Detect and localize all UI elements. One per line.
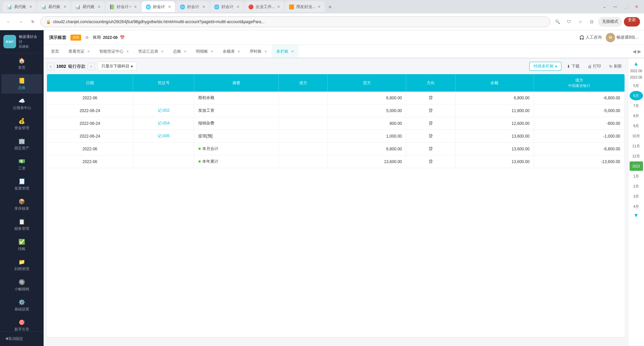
tab-close-multi-column[interactable]: ✕ — [291, 50, 294, 53]
tab-balance[interactable]: 余额表 ✕ — [218, 45, 245, 58]
tab-close-9[interactable]: ✕ — [318, 5, 321, 9]
sidebar-item-home[interactable]: 🏠 首页 — [1, 54, 42, 73]
sidebar-panel-icon[interactable]: ⊡ — [587, 17, 596, 27]
tab-haokuaiji-4[interactable]: 📗 好会计♂ ✕ — [105, 1, 141, 12]
sidebar-item-tax[interactable]: 📋 税务管理 — [1, 215, 42, 235]
star-icon[interactable]: ☆ — [576, 17, 585, 27]
tab-close-5[interactable]: ✕ — [168, 5, 171, 9]
tab-close-7[interactable]: ✕ — [236, 5, 239, 9]
add-tab-button[interactable]: ＋ — [325, 2, 335, 11]
cal-month-mar[interactable]: 3月 — [630, 192, 643, 201]
back-button[interactable]: ← — [4, 17, 13, 27]
sidebar-item-finance[interactable]: 💰 资金管理 — [1, 114, 42, 134]
tab-close-4[interactable]: ✕ — [134, 5, 137, 9]
tab-list-button[interactable]: ⌄ — [600, 2, 609, 11]
sidebar-item-archive[interactable]: 📁 归档管理 — [1, 255, 42, 275]
cell-voucher[interactable]: 记-002 — [133, 104, 194, 117]
calendar-scroll-up[interactable]: ▲ — [632, 60, 640, 68]
tab-detail-ledger[interactable]: 明细账 ✕ — [191, 45, 218, 58]
sidebar-item-inventory[interactable]: 📦 库存核算 — [1, 195, 42, 214]
restore-button[interactable]: ⬜ — [621, 2, 631, 11]
update-button[interactable]: 更新 — [624, 17, 640, 27]
reload-button[interactable]: ↻ — [28, 17, 38, 27]
print-button[interactable]: 🖨 打印 — [585, 62, 604, 70]
cal-month-apr[interactable]: 4月 — [630, 202, 643, 211]
voucher-link[interactable]: 记-002 — [158, 108, 170, 113]
sidebar-item-ledger[interactable]: 📒 总账 — [1, 74, 42, 94]
sidebar-item-salary[interactable]: 💵 工资 — [1, 155, 42, 174]
sidebar-item-settings[interactable]: ⚙️ 基础设置 — [1, 296, 42, 315]
cell-date: 2022-06-24 — [47, 104, 133, 117]
sidebar-item-invoice[interactable]: 🧾 发票管理 — [1, 175, 42, 194]
minimize-button[interactable]: — — [610, 2, 620, 11]
tab-close-journal[interactable]: ✕ — [264, 50, 267, 53]
tab-multi-column[interactable]: 多栏账 ✕ — [272, 45, 299, 58]
cal-month-sep[interactable]: 9月 — [630, 121, 643, 131]
sidebar-item-close[interactable]: ✅ 结账 — [1, 235, 42, 255]
tab-haokuaiji-5[interactable]: 🌐 好会计 ✕ — [142, 1, 175, 12]
tab-close-detail-ledger[interactable]: ✕ — [211, 50, 213, 53]
close-button[interactable]: ✕ — [632, 2, 641, 11]
shield-icon[interactable]: 🛡 — [564, 17, 574, 27]
cal-month-jul[interactable]: 7月 — [630, 101, 643, 110]
tab-close-balance[interactable]: ✕ — [237, 50, 240, 53]
tab-close-voucher-summary[interactable]: ✕ — [161, 50, 164, 53]
sidebar-item-expense[interactable]: 🔘 小畅报销 — [1, 276, 42, 295]
tab-close-smart-voucher[interactable]: ✕ — [126, 50, 129, 53]
tab-yidaizhang-1[interactable]: 📊 易代账 ✕ — [3, 1, 36, 12]
calendar-scroll-down[interactable]: ▼ — [632, 211, 640, 219]
tab-close-1[interactable]: ✕ — [29, 5, 32, 9]
tab-voucher-summary[interactable]: 凭证汇总表 ✕ — [133, 45, 168, 58]
special-multi-column-button[interactable]: 特殊多栏账 ▾ — [529, 62, 561, 71]
stealth-mode-button[interactable]: 无痕模式 — [598, 17, 622, 27]
url-input[interactable]: 🔒 cloud2.chanjet.com/accounting/uh26t264… — [40, 16, 550, 27]
sidebar-item-assets[interactable]: 🏢 固定资产 — [1, 135, 42, 154]
cell-voucher[interactable]: 记-004 — [133, 117, 194, 130]
prev-account-button[interactable]: ‹ — [47, 63, 54, 70]
sidebar-item-cloud-report[interactable]: ☁️ 云报表中心 — [1, 94, 42, 114]
cell-voucher[interactable]: 记-006 — [133, 130, 194, 143]
tab-close-8[interactable]: ✕ — [277, 5, 280, 9]
collapse-right-icon[interactable]: ▶ — [638, 49, 641, 54]
cal-month-oct[interactable]: 10月 — [630, 131, 643, 141]
tab-view-voucher[interactable]: 查看凭证 ✕ — [64, 45, 95, 58]
tab-yidaizhang-3[interactable]: 📊 易代账 ✕ — [71, 1, 105, 12]
tab-home[interactable]: 首页 — [46, 45, 64, 58]
tab-yonyou-9[interactable]: 🟧 用友好业... ✕ — [285, 1, 325, 12]
collapse-left-icon[interactable]: ◀ — [633, 49, 636, 54]
forward-button[interactable]: → — [16, 17, 25, 27]
consult-button[interactable]: 🎧 人工咨询 — [579, 35, 602, 40]
cal-month-nov[interactable]: 11月 — [630, 141, 643, 151]
tab-haokuaiji-6[interactable]: 🌐 好会计 ✕ — [176, 1, 209, 12]
user-menu[interactable]: 畅 畅捷通B组... — [606, 33, 639, 42]
tab-close-2[interactable]: ✕ — [63, 5, 66, 9]
tab-yidaizhang-2[interactable]: 📊 易代账 ✕ — [37, 1, 70, 12]
cal-month-feb[interactable]: 2月 — [630, 182, 643, 191]
show-sub-account-toggle[interactable]: 只显示下级科目 ▾ — [98, 62, 137, 71]
cal-month-dec[interactable]: 12月 — [630, 151, 643, 161]
cal-month-may[interactable]: 5月 — [630, 81, 643, 90]
tab-haokuaiji-7[interactable]: 🌐 好会计 ✕ — [210, 1, 244, 12]
refresh-button[interactable]: ↻ 刷新 — [606, 62, 625, 70]
voucher-link[interactable]: 记-004 — [158, 121, 170, 126]
cal-month-jan[interactable]: 1月 — [630, 171, 643, 181]
tab-close-view-voucher[interactable]: ✕ — [87, 50, 90, 53]
tab-general-ledger[interactable]: 总账 ✕ — [168, 45, 191, 58]
search-icon[interactable]: 🔍 — [553, 17, 562, 27]
tab-close-6[interactable]: ✕ — [202, 5, 205, 9]
voucher-link[interactable]: 记-006 — [158, 134, 170, 138]
horizontal-scrollbar[interactable] — [47, 337, 625, 343]
settings-icon-header[interactable]: ⚙ — [85, 35, 89, 40]
sidebar-item-guide[interactable]: 🎯 新手引导 — [1, 316, 42, 331]
download-button[interactable]: ⬇ 下载 — [564, 62, 582, 70]
pin-button[interactable]: ◀取消固定 — [3, 334, 41, 343]
tab-enterprise-8[interactable]: 🔴 企业工作... ✕ — [244, 1, 284, 12]
next-account-button[interactable]: › — [88, 63, 95, 70]
cal-month-jun[interactable]: 6月 — [630, 91, 643, 100]
tab-journal[interactable]: 序时账 ✕ — [245, 45, 272, 58]
tab-close-3[interactable]: ✕ — [98, 5, 101, 9]
cal-month-aug[interactable]: 8月 — [630, 111, 643, 120]
tab-smart-voucher[interactable]: 智能凭证中心 ✕ — [95, 45, 133, 58]
calendar-icon[interactable]: 📅 — [120, 35, 125, 40]
tab-close-general-ledger[interactable]: ✕ — [184, 50, 186, 53]
